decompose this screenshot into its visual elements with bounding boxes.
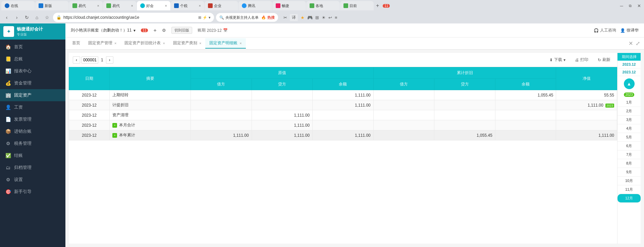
- period-month-2[interactable]: 2月: [618, 107, 641, 116]
- period-month-6[interactable]: 6月: [618, 142, 641, 150]
- scroll-up-button[interactable]: ▲: [618, 76, 641, 91]
- address-bar[interactable]: 🔒 https://cloud.chanjet.com/accounting/u…: [53, 13, 214, 22]
- notification-badge[interactable]: 11: [383, 4, 390, 8]
- tab6-close-icon[interactable]: ×: [199, 4, 201, 8]
- game-icon[interactable]: 🎮: [307, 15, 313, 20]
- period-month-8[interactable]: 8月: [618, 159, 641, 168]
- reload-button[interactable]: ↻: [23, 13, 31, 21]
- period-month-3[interactable]: 3月: [618, 116, 641, 124]
- switch-version-button[interactable]: 切到旧版: [171, 27, 192, 34]
- tab-home[interactable]: 首页: [68, 38, 84, 49]
- next-page-button[interactable]: ›: [106, 56, 113, 64]
- tab3-close-icon[interactable]: ×: [97, 4, 99, 8]
- tab5-close-icon[interactable]: ×: [165, 4, 167, 8]
- expand-button[interactable]: ⤢: [634, 40, 641, 47]
- sidebar-item-guide-label: 新手引导: [14, 189, 32, 195]
- close-all-tabs-button[interactable]: ✕: [627, 40, 634, 47]
- sidebar-item-fixed[interactable]: 🏢 固定资产: [0, 89, 65, 101]
- browser-tab-4[interactable]: 易代 ×: [103, 1, 137, 10]
- period-month-7[interactable]: 7月: [618, 150, 641, 159]
- menu-icon[interactable]: ≡: [335, 15, 337, 20]
- browser-tab-7[interactable]: 企业: [205, 1, 238, 10]
- translate-button[interactable]: 译: [290, 14, 298, 21]
- sidebar-item-closing[interactable]: ✅ 结账: [0, 149, 65, 162]
- tab-fixed-mgmt-close-icon[interactable]: ×: [114, 41, 116, 45]
- browser-tab-6[interactable]: 个税 ×: [171, 1, 204, 10]
- prev-page-button[interactable]: ‹: [73, 56, 80, 64]
- page-number-input[interactable]: [82, 56, 98, 64]
- sidebar-item-home[interactable]: 🏠 首页: [0, 41, 65, 53]
- tab4-close-icon[interactable]: ×: [131, 4, 133, 8]
- period-month-1[interactable]: 1月: [618, 98, 641, 107]
- star-icon[interactable]: ★: [301, 15, 305, 20]
- period-month-11[interactable]: 11月: [618, 185, 641, 194]
- browser-tab-5[interactable]: 好会 ×: [137, 1, 170, 10]
- sidebar-item-inventory[interactable]: 📦 进销台账: [0, 125, 65, 137]
- search-bar[interactable]: 🔍 央视更新主持人名单 🔥 热搜: [216, 13, 278, 22]
- minimize-button[interactable]: ─: [618, 2, 625, 9]
- settings-gear-icon[interactable]: ⚙: [162, 28, 166, 33]
- period-month-10[interactable]: 10月: [618, 177, 641, 185]
- sidebar-item-settings[interactable]: ⚙ 设置: [0, 174, 65, 186]
- tab-fixed-detail[interactable]: 固定资产明细账 ×: [205, 38, 246, 49]
- browser-tab-10[interactable]: 各地: [306, 1, 340, 10]
- sidebar: ✦ 畅捷通好会计 专业版 🏠 首页 📒 总账 📊 报表中心 💰 资金管理: [0, 23, 65, 247]
- period-month-5[interactable]: 5月: [618, 133, 641, 142]
- download-button[interactable]: ⬇ 下载 ▾: [547, 56, 568, 64]
- tab-fixed-mgmt[interactable]: 固定资产管理 ×: [84, 38, 120, 49]
- tab5-label: 好会: [146, 3, 164, 8]
- funds-icon: 💰: [5, 80, 11, 86]
- period-date-2[interactable]: 2023.12: [618, 68, 641, 76]
- sidebar-item-archive[interactable]: 🗂 归档管理: [0, 162, 65, 174]
- new-tab-button[interactable]: +: [374, 1, 381, 10]
- brightness-icon[interactable]: ☀: [322, 15, 326, 20]
- scroll-top-icon[interactable]: ▲: [624, 78, 635, 89]
- period-month-12[interactable]: 12月: [618, 194, 641, 203]
- sidebar-item-invoice[interactable]: 📄 发票管理: [0, 113, 65, 125]
- company-selector[interactable]: 刘小艳演示账套（勿删勿动！）11 ▾: [71, 27, 136, 33]
- address-text: https://cloud.chanjet.com/accounting/uw1…: [63, 15, 196, 20]
- tab-fixed-detail-close-icon[interactable]: ×: [239, 41, 241, 45]
- home-nav-button[interactable]: ⌂: [33, 13, 41, 21]
- row3-accum-credit: [434, 110, 495, 120]
- sidebar-item-reports[interactable]: 📊 报表中心: [0, 65, 65, 77]
- print-button[interactable]: 🖨 打印: [572, 56, 591, 64]
- calendar-icon[interactable]: 📅: [223, 28, 228, 33]
- support-button[interactable]: 🎧 人工咨询: [594, 27, 616, 33]
- forward-button[interactable]: ›: [13, 13, 21, 21]
- close-button[interactable]: ✕: [635, 2, 643, 9]
- tab-depreciation-stats[interactable]: 固定资产折旧统计表 ×: [120, 38, 169, 49]
- browser-tab-8[interactable]: 腾讯: [238, 1, 272, 10]
- tab-fixed-category[interactable]: 固定资产类别 ×: [169, 38, 205, 49]
- user-info[interactable]: 👤 徐译华: [620, 27, 639, 33]
- refresh-button[interactable]: ↻ 刷新: [595, 56, 613, 64]
- qr-code-icon[interactable]: ⊞: [198, 15, 201, 20]
- grid-icon[interactable]: ⊞: [315, 15, 319, 20]
- browser-tab-11[interactable]: 目前: [340, 1, 374, 10]
- tab-depreciation-close-icon[interactable]: ×: [163, 41, 165, 45]
- sidebar-item-tax[interactable]: ⚙ 税务管理: [0, 137, 65, 149]
- sidebar-item-guide[interactable]: 🎯 新手引导: [0, 186, 65, 198]
- scissors-icon[interactable]: ✂: [283, 15, 287, 20]
- dropdown-chevron-icon[interactable]: ▾: [209, 15, 211, 20]
- add-company-icon[interactable]: +: [153, 27, 156, 34]
- browser-tab-9[interactable]: 畅捷: [272, 1, 306, 10]
- browser-chrome: 在线 新版 易代 × 易代 × 好会 × 个税 × 企业: [0, 0, 644, 23]
- back-button[interactable]: ‹: [3, 13, 11, 21]
- bookmark-button[interactable]: ☆: [43, 13, 51, 21]
- period-month-9[interactable]: 9月: [618, 168, 641, 177]
- sidebar-item-home-label: 首页: [14, 44, 23, 50]
- browser-tab-3[interactable]: 易代 ×: [69, 1, 103, 10]
- sidebar-item-salary[interactable]: 👤 工资: [0, 101, 65, 113]
- tab-fixed-category-close-icon[interactable]: ×: [199, 41, 201, 45]
- sidebar-item-funds[interactable]: 💰 资金管理: [0, 77, 65, 89]
- browser-tab-1[interactable]: 在线: [1, 1, 35, 10]
- period-month-4[interactable]: 4月: [618, 124, 641, 133]
- history-icon[interactable]: ↩: [328, 15, 332, 20]
- table-row: 2023-12 上期结转 1,111.00 1,055.45 55.55: [69, 90, 617, 100]
- restore-button[interactable]: ⧉: [627, 2, 634, 9]
- flash-icon[interactable]: ⚡: [203, 15, 207, 20]
- period-date-1[interactable]: 2023.12: [618, 61, 641, 68]
- sidebar-item-ledger[interactable]: 📒 总账: [0, 53, 65, 65]
- browser-tab-2[interactable]: 新版: [35, 1, 69, 10]
